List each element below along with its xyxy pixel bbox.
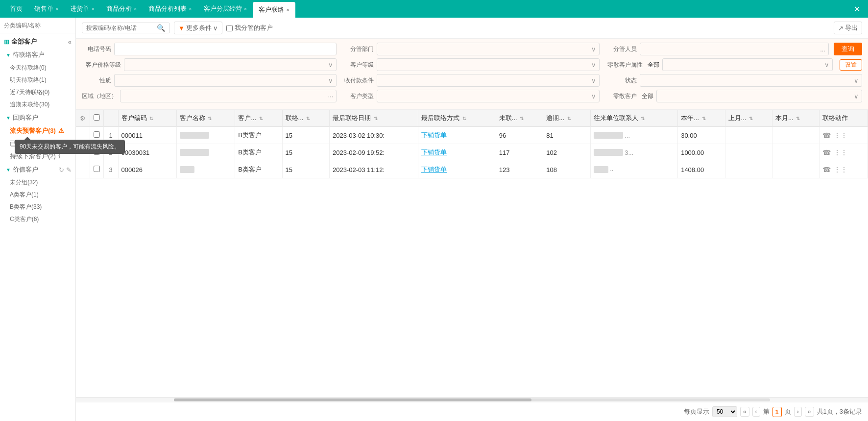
- row3-contact-icon[interactable]: ☎: [822, 166, 831, 173]
- sort-last-month-icon[interactable]: ⇅: [749, 116, 753, 121]
- nav-tab-customer-contact[interactable]: 客户联络 ×: [253, 2, 295, 18]
- sidebar-item-churn-warning[interactable]: 流失预警客户(3) ⚠: [0, 124, 75, 137]
- horizontal-scrollbar[interactable]: [76, 397, 868, 402]
- sidebar-item-overdue[interactable]: 逾期未联络(30): [0, 99, 75, 111]
- row2-more-icon[interactable]: ⋮⋮: [834, 149, 847, 156]
- retail-select[interactable]: ∨: [656, 90, 862, 102]
- sidebar-item-class-a[interactable]: A类客户(1): [0, 189, 75, 201]
- my-customers-checkbox-label[interactable]: 我分管的客户: [226, 24, 273, 32]
- sidebar-item-ungrouped[interactable]: 未分组(32): [0, 176, 75, 189]
- nav-tab-analysis[interactable]: 商品分析 ×: [100, 0, 143, 18]
- select-all-checkbox[interactable]: [94, 114, 100, 121]
- payment-select[interactable]: ∨: [377, 74, 599, 87]
- row1-this-month: [772, 127, 819, 144]
- per-page-select[interactable]: 50 100 200: [712, 406, 737, 417]
- search-button[interactable]: 🔍: [157, 24, 165, 32]
- sidebar-item-today[interactable]: 今天待联络(0): [0, 62, 75, 74]
- row2-person-blurred: [594, 149, 623, 156]
- sort-type-icon[interactable]: ⇅: [259, 116, 263, 121]
- my-customers-checkbox[interactable]: [226, 25, 233, 31]
- status-select[interactable]: ∨: [640, 74, 862, 87]
- row1-checkbox[interactable]: [94, 131, 100, 138]
- refresh-icon[interactable]: ↻: [59, 166, 64, 173]
- close-analysis-tab[interactable]: ×: [134, 6, 137, 12]
- customer-type-select[interactable]: ∨: [377, 90, 599, 102]
- row3-contact: 15: [282, 161, 329, 178]
- region-label: 区域（地区）: [82, 92, 117, 100]
- sidebar-item-class-c[interactable]: C类客户(6): [0, 213, 75, 225]
- col-overdue: 逾期... ⇅: [543, 110, 590, 127]
- row1-more-icon[interactable]: ⋮⋮: [834, 131, 847, 139]
- sort-contact-person-icon[interactable]: ⇅: [641, 116, 645, 121]
- row1-last-method-link[interactable]: 下销货单: [421, 131, 447, 139]
- filter-dept: 分管部门 ∨: [344, 43, 599, 55]
- close-customer-layer-tab[interactable]: ×: [244, 6, 247, 12]
- first-page-button[interactable]: «: [740, 407, 749, 417]
- sidebar-group-pending[interactable]: ▼ 待联络客户: [0, 48, 75, 62]
- sort-this-month-icon[interactable]: ⇅: [796, 116, 800, 121]
- sort-overdue-icon[interactable]: ⇅: [567, 116, 571, 121]
- row3-gear: [76, 161, 90, 178]
- close-purchase-tab[interactable]: ×: [91, 6, 94, 12]
- nav-tab-sales[interactable]: 销售单 ×: [28, 0, 64, 18]
- row3-last-month: [725, 161, 772, 178]
- table-settings-icon[interactable]: ⚙: [80, 115, 86, 122]
- edit-icon[interactable]: ✎: [66, 166, 72, 173]
- sort-not-contact-icon[interactable]: ⇅: [520, 116, 524, 121]
- nav-tab-analysis-list[interactable]: 商品分析列表 ×: [143, 0, 197, 18]
- price-level-select[interactable]: ∨: [124, 58, 337, 71]
- window-close-button[interactable]: ✕: [850, 4, 864, 14]
- phone-label: 电话号码: [82, 45, 111, 53]
- sidebar-item-class-b[interactable]: B类客户(33): [0, 201, 75, 213]
- next-page-button[interactable]: ›: [794, 407, 802, 417]
- row3-more-icon[interactable]: ⋮⋮: [834, 166, 847, 173]
- filter-payment: 收付款条件 ∨: [344, 74, 599, 87]
- sort-code-icon[interactable]: ⇅: [149, 116, 153, 121]
- filter-nature: 性质 ∨: [82, 74, 337, 87]
- row1-action: ☎ ⋮⋮: [820, 127, 868, 144]
- customer-grade-select[interactable]: ∨: [377, 58, 599, 71]
- sidebar-item-tomorrow[interactable]: 明天待联络(1): [0, 74, 75, 86]
- sort-last-method-icon[interactable]: ⇅: [462, 116, 466, 121]
- zero-retail-select[interactable]: ∨: [662, 58, 833, 71]
- col-contact-person: 往来单位联系人 ⇅: [590, 110, 678, 127]
- nature-select[interactable]: ∨: [114, 74, 337, 87]
- nav-home[interactable]: 首页: [4, 0, 28, 18]
- nav-tab-purchase[interactable]: 进货单 ×: [64, 0, 100, 18]
- nav-tab-customer-layer[interactable]: 客户分层经营 ×: [198, 0, 253, 18]
- info-icon2: ℹ: [58, 153, 60, 159]
- filter-row-1: 电话号码 分管部门 ∨ 分管人员 ... 查询: [82, 43, 862, 55]
- close-analysis-list-tab[interactable]: ×: [189, 6, 192, 12]
- row2-contact-icon[interactable]: ☎: [822, 149, 831, 156]
- sidebar-group-repurchase[interactable]: ▼ 回购客户: [0, 111, 75, 124]
- sidebar-search-input[interactable]: [4, 22, 76, 29]
- sidebar-item-7days[interactable]: 近7天待联络(0): [0, 86, 75, 99]
- staff-select[interactable]: ...: [640, 43, 829, 55]
- dept-select[interactable]: ∨: [377, 43, 599, 55]
- current-page: 1: [772, 407, 782, 417]
- phone-input[interactable]: [114, 43, 337, 55]
- export-button[interactable]: ↗ 导出: [834, 22, 862, 34]
- row2-last-method-link[interactable]: 下销货单: [421, 149, 447, 156]
- row3-checkbox[interactable]: [94, 166, 100, 172]
- close-sales-tab[interactable]: ×: [55, 6, 58, 12]
- settings-button[interactable]: 设置: [840, 59, 862, 71]
- region-select[interactable]: ···: [120, 90, 337, 102]
- row3-this-month: [772, 161, 819, 178]
- sort-this-year-icon[interactable]: ⇅: [702, 116, 706, 121]
- prev-page-button[interactable]: ‹: [752, 407, 760, 417]
- search-input[interactable]: [86, 25, 155, 31]
- sidebar-group-value[interactable]: ▼ 价值客户 ↻ ✎: [0, 163, 75, 176]
- row3-last-method-link[interactable]: 下销货单: [421, 166, 447, 173]
- last-page-button[interactable]: »: [805, 407, 814, 417]
- scrollbar-thumb[interactable]: [174, 398, 531, 401]
- sort-name-icon[interactable]: ⇅: [208, 116, 212, 121]
- query-button[interactable]: 查询: [834, 43, 862, 55]
- sort-last-date-icon[interactable]: ⇅: [374, 116, 378, 121]
- sort-contact-icon[interactable]: ⇅: [306, 116, 310, 121]
- row1-type: B类客户: [235, 127, 282, 144]
- row1-contact-icon[interactable]: ☎: [822, 131, 831, 139]
- sidebar-all-customers[interactable]: ⊞ 全部客户 «: [0, 33, 75, 48]
- more-filter-button[interactable]: ▼ 更多条件 ∨: [174, 22, 222, 34]
- close-customer-contact-tab[interactable]: ×: [286, 7, 289, 13]
